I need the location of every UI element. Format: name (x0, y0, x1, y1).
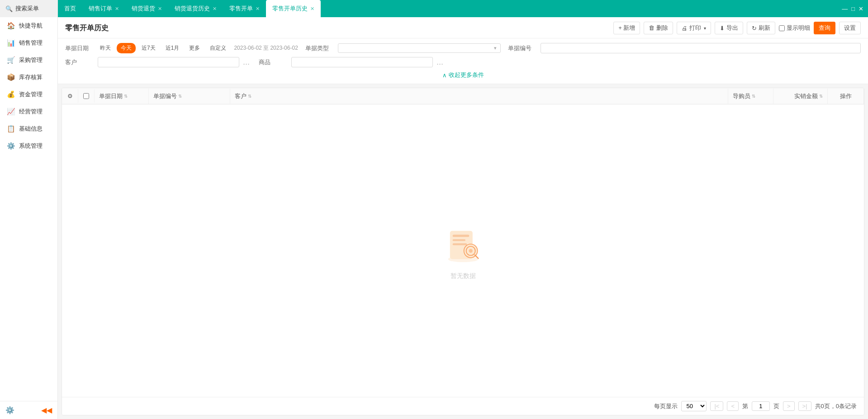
tabbar-window-controls: — □ ✕ (842, 5, 868, 12)
home-icon: 🏠 (7, 22, 15, 30)
tab-home[interactable]: 首页 (58, 0, 82, 17)
sidebar-item-purchase-mgmt[interactable]: 🛒 采购管理 (0, 52, 57, 69)
restore-icon[interactable]: □ (851, 5, 855, 12)
tab-sales-order-close[interactable]: ✕ (115, 6, 119, 12)
select-all-checkbox[interactable] (83, 93, 89, 99)
date-btn-yesterday[interactable]: 昨天 (96, 43, 115, 53)
filter-row-2: 客户 ... 商品 ... (65, 57, 861, 67)
last-page-button[interactable]: >| (798, 401, 811, 411)
customer-filter: ... (98, 57, 251, 67)
tabbar: 首页 销售订单 ✕ 销货退货 ✕ 销货退货历史 ✕ 零售开单 ✕ 零售开单历史 … (58, 0, 868, 17)
export-label: 导出 (726, 24, 738, 32)
collapse-filter-button[interactable]: ∧ 收起更多条件 (442, 71, 484, 79)
tab-retail-open-close[interactable]: ✕ (256, 6, 260, 12)
sidebar-item-sales-mgmt[interactable]: 📊 销售管理 (0, 34, 57, 52)
content-area: 零售开单历史 + 新增 🗑 删除 🖨 🖨 打印 打印 ▾ ⬇ 导出 ↻ 刷新 (58, 17, 868, 419)
customer-input[interactable] (98, 57, 239, 67)
th-docnum[interactable]: 单据编号 ⇅ (149, 89, 230, 104)
doc-type-dropdown-icon: ▾ (494, 45, 497, 51)
sort-date-icon[interactable]: ⇅ (124, 94, 128, 99)
page-number-input[interactable] (752, 401, 770, 411)
settings-filter-button[interactable]: 设置 (839, 22, 861, 34)
sidebar-item-quick-nav[interactable]: 🏠 快捷导航 (0, 17, 57, 34)
sort-customer-icon[interactable]: ⇅ (248, 94, 251, 99)
collapse-sidebar-icon[interactable]: ◀◀ (41, 406, 52, 414)
date-btn-more[interactable]: 更多 (185, 43, 204, 53)
tab-home-label: 首页 (64, 5, 76, 13)
print-dropdown-icon[interactable]: ▾ (704, 26, 706, 31)
goods-input[interactable] (291, 57, 433, 67)
delete-button[interactable]: 🗑 删除 (644, 22, 673, 34)
th-date[interactable]: 单据日期 ⇅ (95, 89, 149, 104)
next-page-button[interactable]: > (783, 401, 795, 411)
print-button[interactable]: 🖨 🖨 打印 打印 ▾ (677, 22, 711, 34)
toolbar: + 新增 🗑 删除 🖨 🖨 打印 打印 ▾ ⬇ 导出 ↻ 刷新 (613, 22, 861, 34)
purchase-icon: 🛒 (7, 56, 15, 64)
first-page-button[interactable]: |< (710, 401, 723, 411)
tab-retail-open-history[interactable]: 零售开单历史 ✕ (266, 0, 321, 17)
main-area: 首页 销售订单 ✕ 销货退货 ✕ 销货退货历史 ✕ 零售开单 ✕ 零售开单历史 … (58, 0, 868, 419)
th-amount-label: 实销金额 (794, 92, 818, 100)
customer-dots-icon[interactable]: ... (241, 57, 251, 67)
finance-icon: 💰 (7, 90, 15, 99)
settings-icon[interactable]: ⚙️ (5, 406, 14, 414)
tab-sales-return-history[interactable]: 销货退货历史 ✕ (168, 0, 223, 17)
th-date-label: 单据日期 (99, 92, 123, 100)
page-title: 零售开单历史 (65, 24, 109, 33)
sidebar-item-basic-info[interactable]: 📋 基础信息 (0, 120, 57, 137)
tab-sales-return-history-close[interactable]: ✕ (213, 6, 217, 12)
sidebar: 🔍 搜索采单 🏠 快捷导航 📊 销售管理 🛒 采购管理 📦 库存核算 💰 资金管… (0, 0, 58, 419)
prev-page-button[interactable]: < (727, 401, 739, 411)
th-customer[interactable]: 客户 ⇅ (230, 89, 728, 104)
th-guide[interactable]: 导购员 ⇅ (728, 89, 773, 104)
svg-rect-2 (452, 235, 469, 237)
collapse-up-icon: ∧ (442, 72, 447, 79)
th-checkbox[interactable] (78, 89, 95, 103)
sidebar-item-system[interactable]: ⚙️ 系统管理 (0, 137, 57, 155)
tab-retail-open-label: 零售开单 (229, 5, 253, 13)
per-page-select[interactable]: 10 20 50 100 (681, 401, 707, 411)
total-info: 共0页，0条记录 (815, 402, 857, 410)
display-detail-checkbox[interactable] (779, 25, 785, 31)
sort-guide-icon[interactable]: ⇅ (752, 94, 755, 99)
query-button[interactable]: 查询 (814, 22, 835, 34)
sales-icon: 📊 (7, 39, 15, 47)
close-window-icon[interactable]: ✕ (859, 5, 863, 12)
table-settings-icon[interactable]: ⚙ (67, 93, 73, 99)
tab-sales-return-close[interactable]: ✕ (158, 6, 162, 12)
add-button[interactable]: + 新增 (613, 22, 640, 34)
th-amount[interactable]: 实销金额 ⇅ (773, 89, 828, 104)
date-btn-1month[interactable]: 近1月 (161, 43, 184, 53)
sidebar-item-finance[interactable]: 💰 资金管理 (0, 86, 57, 103)
sidebar-bottom: ⚙️ ◀◀ (0, 401, 57, 419)
svg-rect-3 (452, 239, 465, 241)
sidebar-item-operations[interactable]: 📈 经营管理 (0, 103, 57, 120)
doc-num-input[interactable] (541, 43, 861, 53)
doc-num-label: 单据编号 (508, 44, 533, 52)
date-btn-custom[interactable]: 自定义 (206, 43, 230, 53)
tab-retail-open-history-close[interactable]: ✕ (310, 6, 314, 12)
tab-sales-return[interactable]: 销货退货 ✕ (125, 0, 168, 17)
tab-retail-open[interactable]: 零售开单 ✕ (223, 0, 266, 17)
th-settings[interactable]: ⚙ (62, 89, 78, 103)
date-range-display: 2023-06-02 至 2023-06-02 (234, 44, 298, 52)
export-button[interactable]: ⬇ 导出 (715, 22, 743, 34)
doc-type-dropdown[interactable]: ▾ (338, 43, 501, 53)
goods-dots-icon[interactable]: ... (435, 57, 445, 67)
tabs-container: 首页 销售订单 ✕ 销货退货 ✕ 销货退货历史 ✕ 零售开单 ✕ 零售开单历史 … (58, 0, 321, 17)
display-detail-checkbox-label[interactable]: 显示明细 (779, 24, 810, 32)
sidebar-item-inventory[interactable]: 📦 库存核算 (0, 69, 57, 86)
sidebar-item-label: 库存核算 (19, 73, 43, 81)
sort-docnum-icon[interactable]: ⇅ (178, 94, 182, 99)
date-btn-today[interactable]: 今天 (117, 43, 136, 53)
empty-state-icon (441, 221, 486, 267)
date-filter-buttons: 昨天 今天 近7天 近1月 更多 自定义 2023-06-02 至 2023-0… (96, 43, 298, 53)
sort-amount-icon[interactable]: ⇅ (819, 94, 823, 99)
date-btn-7days[interactable]: 近7天 (138, 43, 160, 53)
tab-retail-open-history-label: 零售开单历史 (272, 5, 308, 13)
sidebar-search[interactable]: 🔍 搜索采单 (0, 0, 57, 17)
tab-sales-order[interactable]: 销售订单 ✕ (82, 0, 125, 17)
refresh-button[interactable]: ↻ 刷新 (747, 22, 775, 34)
tab-sales-return-history-label: 销货退货历史 (175, 5, 210, 13)
minimize-icon[interactable]: — (842, 5, 848, 12)
